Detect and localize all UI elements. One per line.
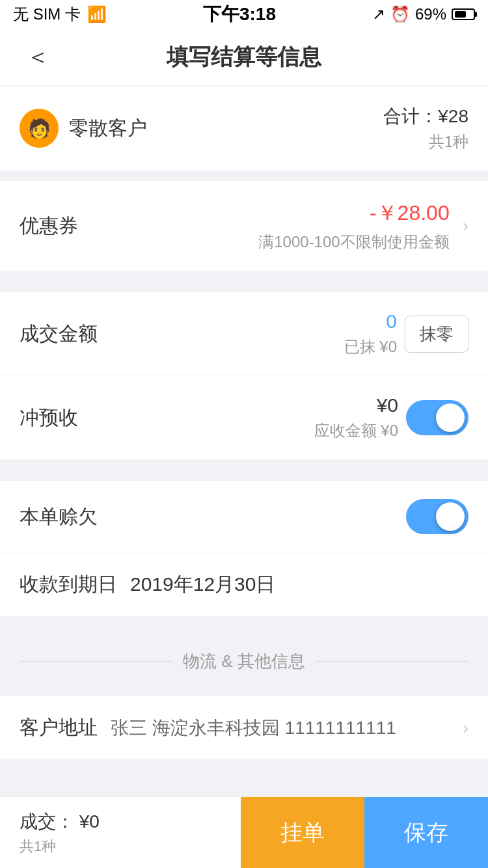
debt-card: 本单赊欠 收款到期日 2019年12月30日 — [0, 481, 488, 616]
debt-label: 本单赊欠 — [20, 504, 98, 530]
battery-icon — [452, 8, 475, 20]
address-row[interactable]: 客户地址 张三 海淀永丰科技园 11111111111 › — [0, 696, 488, 759]
bottom-deal-value: ¥0 — [79, 811, 100, 832]
location-icon: ↗ — [372, 5, 385, 23]
customer-card: 🧑 零散客户 合计：¥28 共1种 — [0, 86, 488, 170]
status-bar: 无 SIM 卡 📶 下午3:18 ↗ ⏰ 69% — [0, 0, 488, 29]
due-date-value: 2019年12月30日 — [130, 571, 275, 598]
status-right: ↗ ⏰ 69% — [372, 5, 475, 23]
bottom-bar: 成交： ¥0 共1种 挂单 保存 — [0, 796, 488, 868]
address-card: 客户地址 张三 海淀永丰科技园 11111111111 › — [0, 696, 488, 759]
customer-row: 🧑 零散客户 合计：¥28 共1种 — [0, 86, 488, 170]
nav-bar: ＜ 填写结算等信息 — [0, 29, 488, 86]
section-label-text: 物流 & 其他信息 — [183, 650, 305, 673]
deal-amount-label: 成交金额 — [20, 321, 98, 347]
address-chevron-icon: › — [463, 718, 468, 739]
deal-amount-value: 0 — [344, 310, 397, 332]
deal-amount-value-block: 0 已抹 ¥0 — [344, 310, 397, 357]
back-button[interactable]: ＜ — [20, 34, 56, 79]
coupon-right: -￥28.00 满1000-100不限制使用金额 › — [258, 199, 468, 252]
divider-2 — [0, 470, 488, 481]
coupon-card: 优惠券 -￥28.00 满1000-100不限制使用金额 › — [0, 181, 488, 271]
prepayment-value: ¥0 — [314, 394, 398, 416]
due-date-row: 收款到期日 2019年12月30日 — [0, 553, 488, 616]
customer-left: 🧑 零散客户 — [20, 109, 147, 148]
address-label: 客户地址 — [20, 714, 98, 741]
avatar-icon: 🧑 — [28, 118, 51, 139]
section-line-right — [316, 661, 468, 662]
carrier-label: 无 SIM 卡 — [13, 4, 81, 25]
prepayment-sub: 应收金额 ¥0 — [314, 420, 398, 441]
status-time: 下午3:18 — [203, 2, 276, 27]
deal-already-label: 已抹 ¥0 — [344, 336, 397, 357]
coupon-row[interactable]: 优惠券 -￥28.00 满1000-100不限制使用金额 › — [0, 181, 488, 271]
bottom-info: 成交： ¥0 共1种 — [0, 809, 241, 856]
debt-toggle-knob — [436, 502, 465, 531]
due-date-label: 收款到期日 — [20, 571, 117, 598]
page-title: 填写结算等信息 — [167, 42, 321, 72]
round-zero-button[interactable]: 抹零 — [405, 316, 468, 353]
status-left: 无 SIM 卡 📶 — [13, 4, 107, 25]
wifi-icon: 📶 — [87, 5, 107, 23]
chevron-right-icon: › — [463, 215, 468, 236]
deal-amount-row: 成交金额 0 已抹 ¥0 抹零 — [0, 292, 488, 376]
save-button[interactable]: 保存 — [364, 797, 488, 869]
avatar: 🧑 — [20, 109, 59, 148]
bottom-deal-row: 成交： ¥0 — [20, 809, 221, 834]
customer-name: 零散客户 — [69, 115, 147, 142]
divider-4 — [0, 686, 488, 696]
content: 🧑 零散客户 合计：¥28 共1种 优惠券 -￥28.00 满1000-100不… — [0, 86, 488, 868]
prepayment-toggle[interactable] — [406, 400, 468, 435]
section-label: 物流 & 其他信息 — [0, 637, 488, 686]
customer-total: 合计：¥28 — [383, 104, 468, 129]
bottom-deal-label: 成交： — [20, 811, 74, 832]
divider-3 — [0, 627, 488, 637]
coupon-discount: -￥28.00 — [258, 199, 449, 228]
address-value: 张三 海淀永丰科技园 11111111111 — [111, 716, 450, 740]
bottom-count: 共1种 — [20, 837, 221, 856]
debt-row: 本单赊欠 — [0, 481, 488, 553]
deal-amount-right: 0 已抹 ¥0 抹零 — [344, 310, 468, 357]
prepayment-value-block: ¥0 应收金额 ¥0 — [314, 394, 398, 441]
prepayment-label: 冲预收 — [20, 405, 78, 431]
divider-1 — [0, 282, 488, 292]
debt-right — [406, 499, 468, 534]
customer-count: 共1种 — [383, 131, 468, 152]
coupon-value-block: -￥28.00 满1000-100不限制使用金额 — [258, 199, 449, 252]
coupon-label: 优惠券 — [20, 213, 78, 239]
deal-card: 成交金额 0 已抹 ¥0 抹零 冲预收 ¥0 应收金额 ¥0 — [0, 292, 488, 460]
alarm-icon: ⏰ — [390, 5, 410, 23]
hang-button[interactable]: 挂单 — [241, 797, 364, 869]
prepayment-row: 冲预收 ¥0 应收金额 ¥0 — [0, 376, 488, 460]
prepayment-right: ¥0 应收金额 ¥0 — [314, 394, 468, 441]
section-line-left — [20, 661, 172, 662]
toggle-knob — [436, 403, 465, 432]
battery-label: 69% — [415, 5, 446, 23]
debt-toggle[interactable] — [406, 499, 468, 534]
customer-right: 合计：¥28 共1种 — [383, 104, 468, 152]
coupon-desc: 满1000-100不限制使用金额 — [258, 232, 449, 252]
